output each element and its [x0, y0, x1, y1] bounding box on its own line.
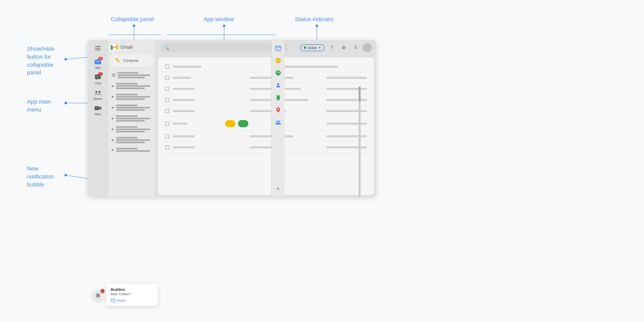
sidebar-item-mail[interactable]: 20 Mail: [89, 56, 107, 71]
notification-avatar[interactable]: B 1: [92, 290, 104, 301]
email-line: [116, 137, 138, 139]
email-content: [173, 123, 222, 125]
sync-icon[interactable]: [273, 68, 283, 78]
phone-icon[interactable]: [273, 92, 283, 103]
date-line: [326, 146, 367, 148]
apps-button[interactable]: ⠿: [351, 43, 360, 52]
email-line: [116, 96, 150, 98]
table-row[interactable]: [163, 106, 369, 116]
checkbox[interactable]: [165, 65, 169, 69]
checkbox[interactable]: [165, 109, 169, 113]
sender-line: [173, 146, 195, 148]
table-row[interactable]: [163, 142, 369, 153]
chat-icon: 4: [94, 73, 102, 81]
arrow-icon: [112, 149, 114, 151]
checkbox[interactable]: [165, 87, 169, 91]
table-row[interactable]: [163, 95, 369, 105]
email-line: [116, 98, 145, 100]
checkbox[interactable]: [165, 98, 169, 102]
svg-point-34: [278, 121, 280, 122]
scrollbar-track[interactable]: [359, 86, 361, 197]
email-line: [116, 148, 138, 149]
status-badge[interactable]: Active ▼: [300, 44, 325, 51]
email-main-list: [158, 57, 374, 195]
arrow-icon: [112, 139, 114, 141]
plus-icon[interactable]: +: [273, 184, 283, 194]
sidebar-item-spaces[interactable]: Spaces: [89, 87, 107, 102]
email-subject: [272, 66, 367, 68]
sender-line: [173, 99, 195, 101]
mail-icon: 20: [94, 58, 102, 66]
list-item[interactable]: [110, 113, 154, 124]
help-button[interactable]: ?: [327, 43, 336, 52]
email-subject: [250, 135, 323, 137]
email-line: [116, 85, 150, 87]
main-email-panel: [158, 57, 374, 195]
list-item[interactable]: [110, 81, 154, 91]
list-item[interactable]: [110, 124, 154, 134]
notification-sender: Buddies: [111, 287, 153, 292]
date-line: [326, 99, 367, 101]
sender-line: [173, 66, 201, 68]
email-subject: [250, 99, 323, 101]
table-row[interactable]: [163, 131, 369, 142]
sidebar-item-meet[interactable]: Meet: [89, 103, 107, 117]
label-tag-yellow: [225, 120, 235, 127]
checkbox[interactable]: [165, 122, 169, 126]
list-item[interactable]: [110, 70, 154, 80]
compose-label: Compose: [123, 58, 139, 63]
table-row[interactable]: [163, 73, 369, 83]
settings-button[interactable]: ⚙: [339, 43, 348, 52]
list-item[interactable]: [110, 92, 154, 102]
date-line: [326, 77, 367, 79]
people-icon[interactable]: [273, 117, 283, 128]
email-subject: [250, 77, 323, 79]
collapsible-panel-label: Collapsible panel: [111, 16, 154, 23]
svg-point-9: [64, 58, 67, 61]
tasks-icon[interactable]: [273, 55, 283, 66]
checkbox[interactable]: [165, 76, 169, 80]
table-row[interactable]: [163, 84, 369, 94]
svg-point-29: [277, 83, 279, 85]
email-lines: [116, 137, 152, 143]
reply-button[interactable]: Reply: [111, 299, 153, 302]
search-input[interactable]: [172, 45, 278, 50]
svg-point-4: [223, 24, 225, 27]
chevron-down-icon: ▼: [318, 46, 321, 49]
avatar-letter: B: [96, 293, 100, 299]
status-indicator-label: Status indicator: [295, 16, 334, 23]
compose-button[interactable]: ✏️ Compose: [110, 54, 154, 66]
arrow-icon: [112, 106, 114, 109]
sender-line: [173, 77, 191, 79]
svg-rect-31: [277, 96, 279, 96]
list-item[interactable]: [110, 103, 154, 113]
avatar[interactable]: [363, 43, 372, 52]
checkbox[interactable]: [112, 73, 115, 77]
search-bar[interactable]: 🔍 ⚙: [160, 43, 289, 52]
mail-badge: 20: [98, 57, 103, 60]
calendar-icon[interactable]: 31: [273, 43, 283, 53]
sidebar-item-chat[interactable]: 4 Chat: [89, 72, 107, 86]
contacts-icon[interactable]: [273, 80, 283, 90]
email-subject: [250, 146, 323, 148]
list-item[interactable]: [110, 146, 154, 154]
email-list: [110, 70, 154, 154]
list-item[interactable]: [110, 135, 154, 145]
checkbox[interactable]: [165, 134, 169, 138]
svg-rect-19: [95, 106, 99, 110]
spaces-icon: [94, 89, 102, 97]
checkbox[interactable]: [165, 145, 169, 149]
table-row[interactable]: [163, 62, 369, 72]
hamburger-line-3: [95, 50, 101, 50]
meet-icon: [94, 104, 102, 112]
email-line: [116, 83, 138, 84]
table-row[interactable]: [163, 117, 369, 131]
hamburger-button[interactable]: [92, 43, 104, 54]
svg-point-11: [64, 102, 67, 104]
scrollbar-thumb[interactable]: [359, 86, 361, 102]
svg-point-17: [95, 91, 97, 93]
active-dot: [304, 46, 306, 49]
maps-icon[interactable]: [273, 105, 283, 115]
add-app-button[interactable]: +: [273, 184, 283, 194]
chat-label: Chat: [95, 82, 101, 85]
